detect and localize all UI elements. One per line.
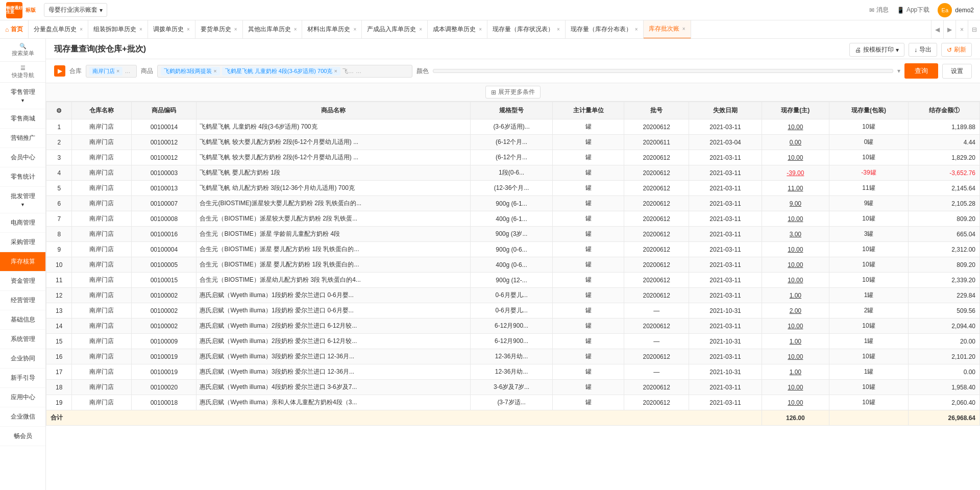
cell-batch: —	[624, 303, 689, 318]
warehouse-more-icon[interactable]: …	[125, 68, 130, 74]
cell-no: 19	[46, 395, 72, 410]
tab-home[interactable]: ⌂ 首页	[0, 20, 29, 39]
tab-zuzhangchaijian[interactable]: 组装拆卸单历史 ×	[88, 20, 148, 39]
cell-spec: 0-6月婴儿...	[470, 303, 553, 318]
close-icon[interactable]: ×	[80, 27, 83, 32]
tab-cailiaochuku[interactable]: 材料出库单历史 ×	[302, 20, 362, 39]
close-icon[interactable]: ×	[682, 26, 685, 32]
template-print-btn[interactable]: 🖨 按模板打印 ▾	[849, 43, 904, 57]
company-selector[interactable]: 母婴行业演示账套 ▾	[44, 3, 107, 17]
gear-icon[interactable]: ⚙	[56, 107, 62, 114]
cell-batch: 20200612	[624, 165, 689, 181]
table-row: 19 南岸门店 00100018 惠氏启赋（Wyeth illuma）亲和人体儿…	[46, 395, 980, 410]
cell-amount: -3,652.76	[909, 165, 980, 181]
close-icon[interactable]: ×	[234, 27, 237, 32]
close-icon[interactable]: ×	[353, 27, 356, 32]
warehouse-filter-input[interactable]: 南岸门店 × …	[86, 65, 137, 78]
product-dots-icon[interactable]: …	[356, 68, 361, 74]
color-filter-input[interactable]	[433, 69, 893, 73]
close-icon[interactable]: ×	[635, 27, 638, 32]
user-name[interactable]: demo2	[955, 7, 974, 14]
sidebar-item-operations[interactable]: 经营管理	[0, 291, 45, 310]
tab-xiancunliang-kucun[interactable]: 现存量（库存状况表） ×	[487, 20, 566, 39]
close-icon[interactable]: ×	[479, 27, 482, 32]
cell-batch: 20200612	[624, 150, 689, 165]
nav-next-arrow[interactable]: ▶	[943, 20, 955, 39]
cell-qty-pack: 9罐	[829, 196, 908, 211]
sidebar-item-member[interactable]: 会员中心	[0, 148, 45, 167]
search-button[interactable]: 查询	[904, 63, 938, 79]
cell-qty-pack: 1罐	[829, 334, 908, 349]
cell-qty-main: 11.00	[762, 181, 829, 196]
sidebar-item-appcenter[interactable]: 应用中心	[0, 388, 45, 407]
cell-warehouse: 南岸门店	[72, 395, 132, 410]
cell-no: 2	[46, 135, 72, 150]
sidebar-item-guide[interactable]: 新手引导	[0, 369, 45, 388]
close-icon[interactable]: ×	[557, 27, 560, 32]
nav-prev-arrow[interactable]: ◀	[931, 20, 943, 39]
cell-spec: 6-12月900...	[470, 318, 553, 334]
product-more-icon[interactable]: 飞…	[342, 67, 354, 75]
sidebar-item-wechat[interactable]: 企业微信	[0, 407, 45, 427]
sidebar-item-inventory[interactable]: 库存核算	[0, 252, 45, 272]
filter-toggle-btn[interactable]: ▶	[54, 65, 65, 77]
expand-conditions-btn[interactable]: ⊞ 展开更多条件	[485, 86, 541, 99]
tab-chanru[interactable]: 产成品入库单历史 ×	[362, 20, 428, 39]
sidebar-item-ecommerce[interactable]: 电商管理	[0, 213, 45, 233]
tab-fenliangpandian[interactable]: 分量盘点单历史 ×	[29, 20, 88, 39]
refresh-label: 刷新	[954, 45, 966, 54]
sidebar-item-marketing[interactable]: 营销推广	[0, 129, 45, 148]
cell-warehouse: 南岸门店	[72, 119, 132, 135]
cell-expire: 2021-03-11	[689, 349, 762, 364]
export-btn[interactable]: ↓ 导出	[909, 43, 937, 57]
close-all-icon[interactable]: ×	[955, 20, 968, 39]
sidebar-item-enterprise[interactable]: 企业协同	[0, 349, 45, 369]
tab-qitachuku[interactable]: 其他出库单历史 ×	[243, 20, 303, 39]
tab-kucunpici[interactable]: 库存批次账 ×	[644, 20, 691, 39]
sidebar-search[interactable]: 🔍 搜索菜单	[0, 39, 45, 62]
tag-close-icon[interactable]: ×	[334, 68, 337, 74]
sidebar-item-purchase[interactable]: 采购管理	[0, 233, 45, 252]
cell-qty-main: 2.00	[762, 303, 829, 318]
settings-button[interactable]: 设置	[942, 64, 972, 79]
sidebar-item-basics[interactable]: 基础信息	[0, 310, 45, 330]
close-icon[interactable]: ×	[139, 27, 142, 32]
tab-chenben[interactable]: 成本调整单历史 ×	[428, 20, 487, 39]
col-qty-main: 现存量(主)	[762, 102, 829, 119]
cell-spec: (3-6岁适用)...	[470, 119, 553, 135]
close-icon[interactable]: ×	[187, 27, 190, 32]
sidebar-item-system[interactable]: 系统管理	[0, 330, 45, 349]
product-filter-input[interactable]: 飞鹤奶粉3段两提装 × 飞鹤星飞帆 儿童奶粉 4段(3-6岁适用) 700克 ×…	[157, 65, 412, 78]
warehouse-filter-label: 合库	[69, 67, 82, 76]
tag-close-icon[interactable]: ×	[213, 68, 216, 74]
sidebar-item-member2[interactable]: 畅会员	[0, 427, 45, 446]
cell-name: 惠氏启赋（Wyeth illuma）2段奶粉 爱尔兰进口 6-12月较...	[197, 318, 470, 334]
cell-code: 00100019	[132, 349, 197, 364]
app-download-btn[interactable]: 📱 App下载	[897, 6, 929, 14]
sidebar: 🔍 搜索菜单 ☰ 快捷导航 零售管理 ▼ 零售商城 营销推广 会员中心 零售统计…	[0, 39, 46, 490]
tag-close-icon[interactable]: ×	[116, 68, 119, 74]
close-icon[interactable]: ×	[294, 27, 297, 32]
tab-yaohuo[interactable]: 要货单历史 ×	[195, 20, 243, 39]
cell-qty-main: 1.00	[762, 334, 829, 349]
refresh-btn[interactable]: ↺ 刷新	[941, 43, 972, 57]
message-btn[interactable]: ✉ 消息	[869, 6, 889, 14]
sidebar-item-retail-manage[interactable]: 零售管理 ▼	[0, 83, 45, 109]
sidebar-item-wholesale[interactable]: 批发管理 ▼	[0, 187, 45, 213]
logo-area: 畅捷通好生意 标版	[6, 2, 36, 18]
cell-code: 00100005	[132, 257, 197, 273]
cell-no: 1	[46, 119, 72, 135]
sidebar-item-finance[interactable]: 资金管理	[0, 272, 45, 291]
sidebar-item-retail-stats[interactable]: 零售统计	[0, 167, 45, 187]
sidebar-quick-nav[interactable]: ☰ 快捷导航	[0, 62, 45, 83]
sidebar-item-retail-mall[interactable]: 零售商城	[0, 109, 45, 129]
cell-no: 6	[46, 196, 72, 211]
more-tabs-icon[interactable]: ⊟	[968, 20, 980, 39]
tab-diaobodanls[interactable]: 调拨单历史 ×	[148, 20, 195, 39]
col-gear[interactable]: ⚙	[46, 102, 72, 119]
tab-xiancunliang-fenpei[interactable]: 现存量（库存分布表） ×	[566, 20, 644, 39]
close-icon[interactable]: ×	[419, 27, 422, 32]
export-label: 导出	[919, 45, 932, 54]
chevron-down-icon: ▾	[896, 46, 899, 54]
table-row: 1 南岸门店 00100014 飞鹤星飞帆 儿童奶粉 4段(3-6岁适用) 70…	[46, 119, 980, 135]
